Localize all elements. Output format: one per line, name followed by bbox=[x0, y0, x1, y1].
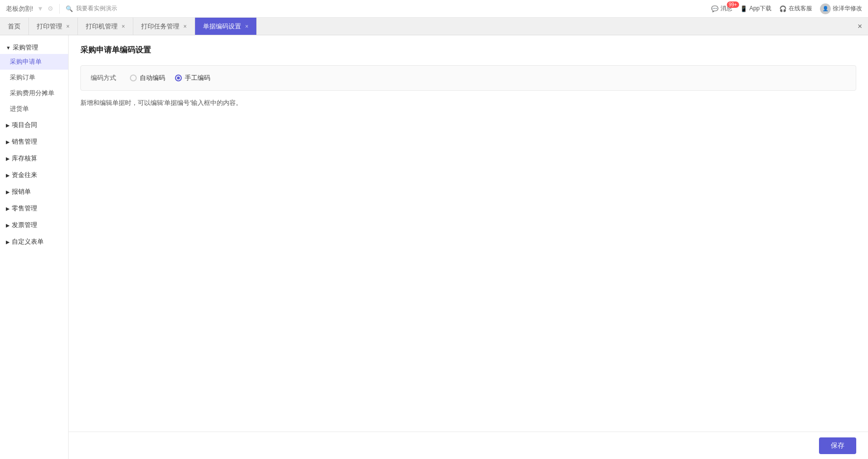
search-icon: 🔍 bbox=[66, 5, 73, 12]
sidebar-item-purchase-request[interactable]: 采购申请单 bbox=[0, 54, 68, 70]
tab-print-task[interactable]: 打印任务管理 × bbox=[133, 18, 195, 35]
message-icon: 💬 bbox=[711, 5, 719, 12]
radio-auto-circle[interactable] bbox=[130, 75, 137, 81]
sidebar-group-retail[interactable]: ▶ 零售管理 bbox=[0, 200, 68, 217]
tab-printer-mgmt[interactable]: 打印机管理 × bbox=[78, 18, 133, 35]
chevron-right-icon-5: ▶ bbox=[6, 189, 10, 195]
tab-home[interactable]: 首页 bbox=[0, 18, 29, 35]
encoding-section: 编码方式 自动编码 手工编码 bbox=[80, 65, 856, 91]
tab-print-mgmt[interactable]: 打印管理 × bbox=[29, 18, 78, 35]
chevron-right-icon-7: ▶ bbox=[6, 223, 10, 228]
save-button[interactable]: 保存 bbox=[819, 437, 856, 454]
encoding-row: 编码方式 自动编码 手工编码 bbox=[91, 74, 846, 82]
avatar: 👤 bbox=[820, 3, 831, 14]
sidebar: ▼ 采购管理 采购申请单 采购订单 采购费用分摊单 进货单 ▶ 项目合同 ▶ 销… bbox=[0, 35, 69, 459]
brand-text: 老板勿割! bbox=[6, 4, 33, 13]
app-download-button[interactable]: 📱 App下载 bbox=[740, 4, 771, 13]
search-hint[interactable]: 🔍 我要看实例演示 bbox=[66, 4, 117, 13]
tab-bar: 首页 打印管理 × 打印机管理 × 打印任务管理 × 单据编码设置 × × bbox=[0, 18, 868, 35]
sidebar-group-invoice[interactable]: ▶ 发票管理 bbox=[0, 217, 68, 233]
chevron-right-icon-3: ▶ bbox=[6, 156, 10, 161]
tab-close-printer-mgmt[interactable]: × bbox=[122, 23, 125, 30]
main-layout: ▼ 采购管理 采购申请单 采购订单 采购费用分摊单 进货单 ▶ 项目合同 ▶ 销… bbox=[0, 35, 868, 459]
page-content-area: 采购申请单编码设置 编码方式 自动编码 手工编码 bbox=[69, 35, 868, 432]
sidebar-item-purchase-expense[interactable]: 采购费用分摊单 bbox=[0, 85, 68, 101]
sidebar-group-project-contract[interactable]: ▶ 项目合同 bbox=[0, 117, 68, 133]
top-bar: 老板勿割! ▼ ⚙ 🔍 我要看实例演示 💬 消息 99+ 📱 App下载 🎧 在… bbox=[0, 0, 868, 18]
chevron-right-icon-4: ▶ bbox=[6, 173, 10, 178]
tab-close-print-mgmt[interactable]: × bbox=[66, 23, 70, 30]
service-icon: 🎧 bbox=[779, 5, 787, 12]
encoding-label: 编码方式 bbox=[91, 74, 120, 82]
message-button[interactable]: 💬 消息 99+ bbox=[711, 4, 732, 13]
sidebar-group-inventory[interactable]: ▶ 库存核算 bbox=[0, 150, 68, 167]
tab-close-print-task[interactable]: × bbox=[183, 23, 187, 30]
chevron-right-icon-6: ▶ bbox=[6, 206, 10, 211]
online-service-button[interactable]: 🎧 在线客服 bbox=[779, 4, 812, 13]
sidebar-group-custom-form[interactable]: ▶ 自定义表单 bbox=[0, 233, 68, 250]
top-bar-right: 💬 消息 99+ 📱 App下载 🎧 在线客服 👤 徐泽华修改 bbox=[711, 3, 862, 14]
radio-manual-encoding[interactable]: 手工编码 bbox=[175, 74, 210, 82]
chevron-right-icon-2: ▶ bbox=[6, 139, 10, 145]
sidebar-group-returns[interactable]: ▶ 报销单 bbox=[0, 183, 68, 200]
message-badge: 99+ bbox=[727, 1, 739, 8]
user-profile-button[interactable]: 👤 徐泽华修改 bbox=[820, 3, 862, 14]
close-all-tabs-button[interactable]: × bbox=[852, 22, 868, 31]
chevron-right-icon-8: ▶ bbox=[6, 239, 10, 245]
sidebar-item-inbound[interactable]: 进货单 bbox=[0, 101, 68, 117]
encoding-radio-group: 自动编码 手工编码 bbox=[130, 74, 210, 82]
top-bar-left: 老板勿割! ▼ ⚙ 🔍 我要看实例演示 bbox=[6, 4, 117, 14]
app-icon: 📱 bbox=[740, 5, 747, 12]
sidebar-item-purchase-order[interactable]: 采购订单 bbox=[0, 70, 68, 85]
tab-barcode-setting[interactable]: 单据编码设置 × bbox=[195, 18, 257, 35]
sidebar-group-purchase[interactable]: ▼ 采购管理 bbox=[0, 39, 68, 54]
radio-auto-encoding[interactable]: 自动编码 bbox=[130, 74, 165, 82]
hint-text: 新增和编辑单据时，可以编辑'单据编号'输入框中的内容。 bbox=[80, 99, 856, 107]
main-content: 采购申请单编码设置 编码方式 自动编码 手工编码 bbox=[69, 35, 868, 459]
sidebar-group-funds[interactable]: ▶ 资金往来 bbox=[0, 167, 68, 183]
page-title: 采购申请单编码设置 bbox=[80, 45, 856, 55]
tab-close-barcode-setting[interactable]: × bbox=[245, 23, 248, 30]
chevron-right-icon-1: ▶ bbox=[6, 123, 10, 128]
sidebar-group-sales[interactable]: ▶ 销售管理 bbox=[0, 133, 68, 150]
radio-manual-circle[interactable] bbox=[175, 75, 182, 81]
chevron-down-icon: ▼ bbox=[6, 45, 11, 51]
page-footer: 保存 bbox=[69, 432, 868, 459]
